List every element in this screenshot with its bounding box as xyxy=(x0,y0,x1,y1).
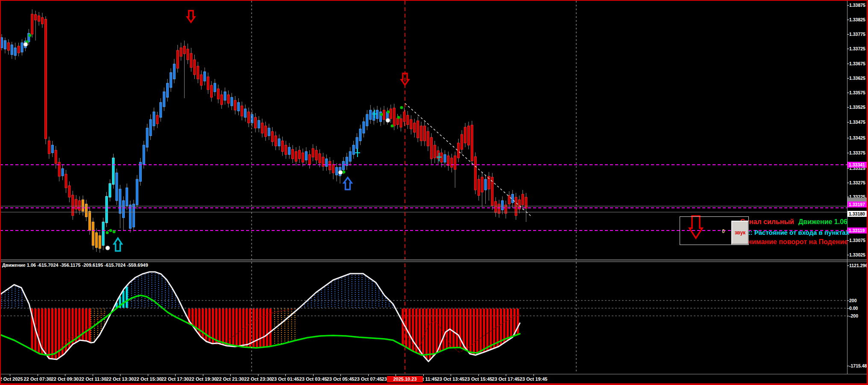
time-axis-tick xyxy=(534,374,534,376)
signal-strength-line: Синал сильныйДвижение 1.06 xyxy=(740,218,847,226)
candle xyxy=(234,100,236,110)
buy-dot-marker xyxy=(380,113,383,116)
candle xyxy=(484,179,487,190)
candle xyxy=(393,108,395,126)
candle xyxy=(454,156,456,169)
candle xyxy=(99,236,101,248)
signal-circle-marker xyxy=(106,246,110,250)
buy-dot-marker xyxy=(387,111,390,114)
time-axis-label: 22 Oct 21:30 xyxy=(217,376,244,382)
indicator-axis-label: -200 xyxy=(849,313,868,319)
candle xyxy=(383,110,385,120)
buy-arrow[interactable] xyxy=(114,238,122,251)
sound-button[interactable]: звук xyxy=(731,221,749,245)
price-axis-tick xyxy=(847,153,849,153)
chart-canvas[interactable] xyxy=(0,0,868,385)
candle xyxy=(349,152,351,161)
time-axis-tick xyxy=(285,374,286,376)
candle xyxy=(194,60,196,75)
candle xyxy=(176,50,179,68)
buy-dot-marker xyxy=(400,106,403,109)
candle xyxy=(119,189,121,213)
candle xyxy=(508,195,510,204)
candle xyxy=(410,120,412,129)
buy-dot-marker xyxy=(397,116,400,119)
price-axis-label: 1.33375 xyxy=(849,150,868,156)
candle xyxy=(214,83,216,92)
candle xyxy=(481,177,483,192)
candle xyxy=(116,173,118,201)
frame-bottom xyxy=(0,383,868,385)
time-axis-label: 22 Oct 17:30 xyxy=(161,376,189,382)
indicator-axis-tick xyxy=(847,366,849,366)
candle xyxy=(312,149,314,157)
time-axis-tick xyxy=(148,374,148,376)
price-axis-tick xyxy=(847,20,849,20)
candle xyxy=(167,83,169,97)
time-axis-label: 23 Oct 07:45 xyxy=(355,376,382,382)
candle xyxy=(160,102,162,117)
candle xyxy=(238,102,240,111)
candle xyxy=(285,145,287,155)
time-axis-label: 22 Oct 13:30 xyxy=(106,376,134,382)
price-axis-tick xyxy=(847,34,849,35)
candle xyxy=(447,156,449,166)
time-axis-tick xyxy=(340,374,341,376)
candle xyxy=(417,121,419,138)
candle xyxy=(95,233,97,248)
time-axis-label: 23 Oct 19:45 xyxy=(520,376,548,382)
candle xyxy=(495,201,497,213)
candle xyxy=(197,66,199,79)
candle xyxy=(1,38,3,48)
candle xyxy=(352,145,355,155)
signal-circle-marker xyxy=(338,170,343,175)
candle xyxy=(457,143,460,158)
price-axis-label: 1.33675 xyxy=(849,61,868,67)
candle xyxy=(58,162,60,176)
time-axis-tick xyxy=(93,374,93,376)
time-axis-tick xyxy=(451,374,451,376)
candle xyxy=(187,49,189,60)
candle xyxy=(332,164,334,173)
indicator-signal-dashed-line xyxy=(189,309,295,345)
candle xyxy=(41,18,44,24)
candle xyxy=(55,150,57,163)
indicator-axis-label: 200 xyxy=(849,298,868,303)
time-axis-tick xyxy=(258,374,258,376)
reversal-warning-line: Внимание поворот на Подение xyxy=(743,238,848,246)
candle xyxy=(264,126,267,137)
price-tag: 1.33180 xyxy=(847,211,868,217)
indicator-axis-tick xyxy=(847,265,849,266)
candle xyxy=(126,188,128,206)
candle xyxy=(227,95,229,103)
candle xyxy=(359,129,361,141)
candle xyxy=(244,109,246,117)
indicator-axis-label: 0.00 xyxy=(849,306,868,311)
candle xyxy=(21,43,23,52)
candle xyxy=(461,134,463,149)
candle xyxy=(7,43,9,50)
candle xyxy=(220,95,223,105)
price-axis-label: 1.33075 xyxy=(849,238,868,243)
candle xyxy=(31,14,33,34)
sell-arrow[interactable] xyxy=(188,11,195,22)
time-axis-label: 22 Oct 23:30 xyxy=(244,376,272,382)
candle xyxy=(319,154,321,163)
candle xyxy=(65,174,67,188)
candle xyxy=(79,201,81,210)
pane-separator[interactable] xyxy=(0,260,868,262)
candle xyxy=(82,200,84,211)
candle xyxy=(62,169,64,176)
candle xyxy=(342,161,344,170)
candle xyxy=(143,145,145,164)
candle xyxy=(511,194,513,203)
candle xyxy=(261,123,263,133)
buy-arrow[interactable] xyxy=(344,178,352,190)
time-axis-label: 22 Oct 19:30 xyxy=(189,376,217,382)
time-axis-tick xyxy=(120,374,120,376)
candle xyxy=(241,106,243,116)
candle xyxy=(129,205,131,228)
candle xyxy=(390,109,392,119)
candle xyxy=(434,145,436,158)
candle xyxy=(183,46,185,54)
